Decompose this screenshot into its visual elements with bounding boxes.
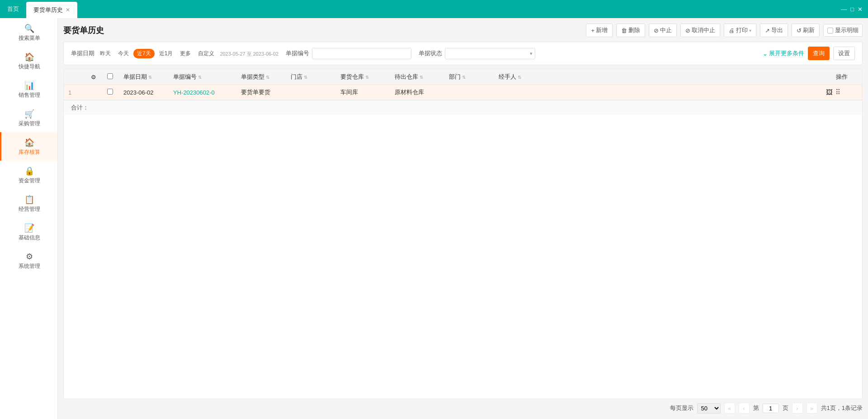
print-dropdown-icon: ▾ [749, 28, 751, 33]
date-btn-1month[interactable]: 近1月 [156, 49, 176, 58]
filter-actions: ⌄ 展开更多条件 查询 设置 [763, 47, 855, 60]
row-settings [86, 85, 103, 100]
page-header: 要货单历史 + 新增 🗑 删除 ⊘ 中止 ⊘ 取消中止 [63, 24, 863, 37]
col-pending-label: 待出仓库 [395, 73, 418, 81]
date-btn-custom[interactable]: 自定义 [195, 49, 217, 58]
date-btn-today[interactable]: 今天 [115, 49, 132, 58]
last-page-icon: » [810, 405, 813, 412]
date-btn-more[interactable]: 更多 [177, 49, 193, 58]
delete-button[interactable]: 🗑 删除 [616, 24, 645, 37]
col-operation-label: 操作 [836, 73, 848, 80]
code-sort-icon: ⇅ [198, 75, 202, 80]
pending-sort-icon: ⇅ [420, 75, 423, 80]
sales-icon: 📊 [24, 81, 34, 90]
per-page-label: 每页显示 [670, 404, 693, 412]
export-button[interactable]: ↗ 导出 [760, 24, 788, 37]
row-check[interactable] [103, 85, 119, 100]
col-handler-header[interactable]: 经手人 ⇅ [494, 69, 548, 85]
row-view-icon[interactable]: 🖼 [826, 88, 833, 96]
expand-label: 展开更多条件 [769, 49, 804, 57]
col-type-header[interactable]: 单据类型 ⇅ [236, 69, 286, 85]
col-warehouse-header[interactable]: 要货仓库 ⇅ [336, 69, 390, 85]
cancel-stop-icon: ⊘ [685, 27, 690, 34]
col-pending-header[interactable]: 待出仓库 ⇅ [390, 69, 444, 85]
show-cells-button[interactable]: 显示明细 [823, 24, 863, 37]
quick-nav-icon: 🏠 [24, 53, 34, 61]
first-page-btn[interactable]: « [724, 403, 735, 414]
col-settings-header[interactable]: ⚙ [86, 69, 103, 85]
sidebar-item-inventory-label: 库存核算 [19, 148, 40, 156]
store-sort-icon: ⇅ [304, 75, 307, 80]
col-code-header[interactable]: 单据编号 ⇅ [169, 69, 236, 85]
expand-conditions-btn[interactable]: ⌄ 展开更多条件 [763, 49, 804, 57]
row-code-link[interactable]: YH-20230602-0 [173, 89, 215, 96]
date-btn-yesterday[interactable]: 昨天 [97, 49, 113, 58]
next-page-icon: › [796, 405, 798, 412]
sidebar-item-system-label: 系统管理 [19, 262, 40, 270]
query-button[interactable]: 查询 [808, 47, 830, 60]
date-btn-7days[interactable]: 近7天 [133, 49, 155, 58]
select-all-checkbox[interactable] [107, 73, 113, 79]
sidebar-item-operations[interactable]: 📋 经营管理 [0, 189, 57, 218]
sidebar-item-purchase[interactable]: 🛒 采购管理 [0, 104, 57, 132]
show-cells-label: 显示明细 [835, 26, 859, 34]
close-icon[interactable]: ✕ [858, 6, 863, 13]
sidebar-item-basic-info[interactable]: 📝 基础信息 [0, 218, 57, 246]
export-icon: ↗ [765, 27, 770, 34]
tab-requisition-history[interactable]: 要货单历史 ✕ [26, 2, 77, 18]
col-check-header[interactable] [103, 69, 119, 85]
operations-icon: 📋 [24, 195, 34, 204]
refresh-label: 刷新 [803, 26, 815, 34]
purchase-icon: 🛒 [24, 110, 34, 118]
last-page-btn[interactable]: » [807, 403, 817, 414]
sidebar-item-inventory[interactable]: 🏠 库存核算 [0, 132, 57, 161]
refresh-button[interactable]: ↺ 刷新 [792, 24, 820, 37]
show-cells-checkbox-icon [827, 28, 833, 33]
system-icon: ⚙ [26, 252, 33, 261]
status-select-wrap [445, 48, 535, 59]
sidebar-item-quick-nav[interactable]: 🏠 快捷导航 [0, 47, 57, 75]
col-num-header [64, 69, 86, 85]
col-dept-header[interactable]: 部门 ⇅ [444, 69, 494, 85]
row-store [286, 85, 336, 100]
top-bar: 首页 要货单历史 ✕ — □ ✕ [0, 0, 868, 18]
sidebar-item-search-menu[interactable]: 🔍 搜索菜单 [0, 18, 57, 47]
date-sort-icon: ⇅ [148, 75, 152, 80]
filter-bar: 单据日期 昨天 今天 近7天 近1月 更多 自定义 2023-05-27 至 2… [63, 42, 863, 65]
sidebar-item-sales-label: 销售管理 [19, 91, 40, 99]
row-handler [494, 85, 548, 100]
row-checkbox[interactable] [107, 89, 113, 95]
export-label: 导出 [771, 26, 783, 34]
row-code[interactable]: YH-20230602-0 [169, 85, 236, 100]
next-page-btn[interactable]: › [792, 403, 803, 414]
settings-button[interactable]: 设置 [833, 47, 855, 60]
page-number-input[interactable] [763, 404, 779, 413]
maximize-icon[interactable]: □ [850, 6, 854, 13]
add-button[interactable]: + 新增 [586, 24, 613, 37]
row-more-icon[interactable]: ⠿ [835, 88, 840, 96]
doc-number-input[interactable] [312, 48, 411, 59]
sidebar-item-finance[interactable]: 🔒 资金管理 [0, 161, 57, 189]
date-filter-label: 单据日期 [71, 49, 94, 57]
settings-label: 设置 [838, 49, 850, 57]
sidebar: 🔍 搜索菜单 🏠 快捷导航 📊 销售管理 🛒 采购管理 🏠 库存核算 🔒 资金管… [0, 18, 58, 419]
col-date-header[interactable]: 单据日期 ⇅ [119, 69, 169, 85]
print-button[interactable]: 🖨 打印 ▾ [724, 24, 756, 37]
toolbar: + 新增 🗑 删除 ⊘ 中止 ⊘ 取消中止 🖨 打印 [586, 24, 863, 37]
filter-row: 单据日期 昨天 今天 近7天 近1月 更多 自定义 2023-05-27 至 2… [71, 47, 855, 60]
sidebar-item-system[interactable]: ⚙ 系统管理 [0, 246, 57, 275]
prev-page-btn[interactable]: ‹ [739, 403, 750, 414]
status-select[interactable] [445, 48, 535, 59]
sidebar-item-sales[interactable]: 📊 销售管理 [0, 75, 57, 104]
data-table: ⚙ 单据日期 ⇅ 单据编号 [64, 69, 862, 100]
stop-button[interactable]: ⊘ 中止 [649, 24, 677, 37]
add-icon: + [591, 27, 594, 34]
tab-home[interactable]: 首页 [0, 0, 26, 18]
doc-number-filter-group: 单据编号 [286, 48, 411, 59]
cancel-stop-button[interactable]: ⊘ 取消中止 [680, 24, 720, 37]
per-page-select[interactable]: 20 50 100 [697, 403, 721, 414]
minimize-icon[interactable]: — [841, 6, 847, 13]
col-store-header[interactable]: 门店 ⇅ [286, 69, 336, 85]
total-info: 共1页，1条记录 [821, 404, 863, 412]
close-tab-icon[interactable]: ✕ [66, 7, 70, 13]
